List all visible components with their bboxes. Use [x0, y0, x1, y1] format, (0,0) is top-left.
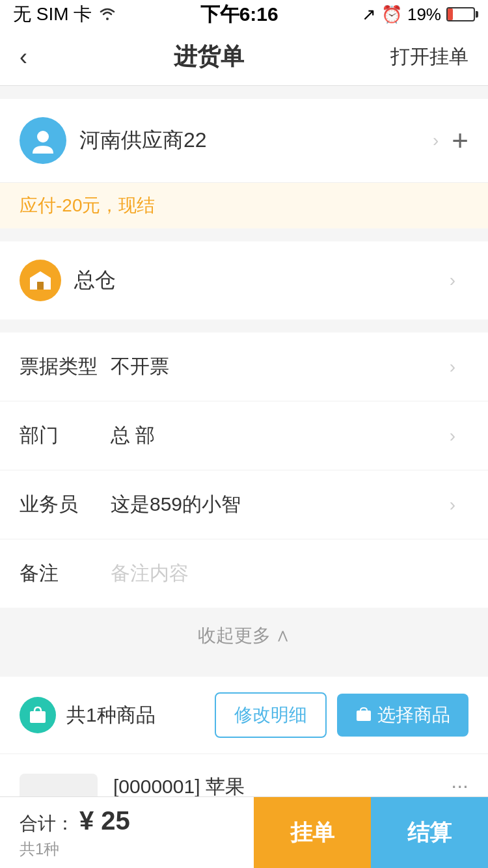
chevron-right-icon: ›	[450, 357, 455, 377]
invoice-label: 票据类型	[20, 353, 111, 380]
svg-rect-3	[30, 711, 46, 723]
warehouse-section: 总仓 ›	[0, 241, 488, 319]
supplier-section: 河南供应商22 › + 应付-20元，现结	[0, 99, 488, 228]
battery-percentage: 19%	[407, 5, 441, 25]
department-label: 部门	[20, 422, 111, 449]
invoice-value: 不开票	[111, 353, 450, 380]
location-icon: ↗	[362, 5, 376, 25]
note-row[interactable]: 备注 备注内容	[0, 539, 488, 608]
supplier-notice: 应付-20元，现结	[0, 183, 488, 228]
bottom-total: 合计： ¥ 25 共1种	[0, 806, 254, 860]
chevron-right-icon: ›	[450, 495, 455, 515]
page-title: 进货单	[174, 41, 244, 73]
supplier-avatar	[20, 117, 66, 164]
status-right: ↗ ⏰ 19%	[362, 5, 475, 25]
products-header: 共1种商品 修改明细 选择商品	[0, 677, 488, 754]
chevron-right-icon: ›	[450, 270, 455, 291]
warehouse-icon	[20, 260, 61, 301]
total-amount: ¥ 25	[79, 806, 130, 835]
form-section: 票据类型 不开票 › 部门 总 部 › 业务员 这是859的小智 › 备注 备注…	[0, 332, 488, 608]
edit-detail-button[interactable]: 修改明细	[215, 692, 327, 738]
product-code: [0000001]	[113, 776, 200, 797]
supplier-row[interactable]: 河南供应商22 › +	[0, 99, 488, 183]
main-content: 河南供应商22 › + 应付-20元，现结 总仓 › 票据类型 不开票 ›	[0, 99, 488, 868]
open-pending-button[interactable]: 打开挂单	[390, 44, 468, 70]
checkout-button[interactable]: 结算	[371, 797, 488, 869]
wifi-icon	[98, 4, 116, 25]
warehouse-name: 总仓	[74, 266, 450, 295]
warehouse-row[interactable]: 总仓 ›	[0, 241, 488, 319]
nav-bar: ‹ 进货单 打开挂单	[0, 29, 488, 86]
svg-rect-2	[37, 282, 44, 290]
collapse-bar[interactable]: 收起更多 ∧	[0, 608, 488, 664]
salesperson-value: 这是859的小智	[111, 491, 450, 518]
salesperson-label: 业务员	[20, 491, 111, 518]
products-count-label: 共1种商品	[66, 702, 215, 729]
product-more-button[interactable]: ···	[451, 774, 468, 798]
total-count: 共1种	[20, 839, 234, 860]
total-text: 合计：	[20, 811, 74, 836]
note-placeholder: 备注内容	[111, 560, 468, 587]
department-value: 总 部	[111, 422, 450, 449]
select-product-button[interactable]: 选择商品	[337, 694, 468, 737]
suspend-button[interactable]: 挂单	[254, 797, 371, 869]
note-label: 备注	[20, 560, 111, 587]
products-icon	[20, 697, 56, 733]
select-product-label: 选择商品	[377, 703, 450, 727]
status-left: 无 SIM 卡	[13, 2, 116, 27]
chevron-right-icon: ›	[450, 426, 455, 446]
add-supplier-button[interactable]: +	[452, 126, 468, 155]
bottom-bar: 合计： ¥ 25 共1种 挂单 结算	[0, 796, 488, 868]
salesperson-row[interactable]: 业务员 这是859的小智 ›	[0, 470, 488, 539]
supplier-name: 河南供应商22	[79, 126, 433, 155]
department-row[interactable]: 部门 总 部 ›	[0, 401, 488, 470]
status-bar: 无 SIM 卡 下午6:16 ↗ ⏰ 19%	[0, 0, 488, 29]
carrier-label: 无 SIM 卡	[13, 2, 92, 27]
status-time: 下午6:16	[200, 1, 278, 28]
alarm-icon: ⏰	[381, 5, 402, 25]
total-label: 合计： ¥ 25	[20, 806, 234, 836]
product-title: 苹果	[206, 776, 245, 797]
chevron-right-icon: ›	[433, 130, 439, 151]
svg-point-0	[37, 131, 49, 142]
invoice-type-row[interactable]: 票据类型 不开票 ›	[0, 332, 488, 401]
battery-icon	[446, 7, 475, 21]
back-button[interactable]: ‹	[20, 44, 27, 71]
